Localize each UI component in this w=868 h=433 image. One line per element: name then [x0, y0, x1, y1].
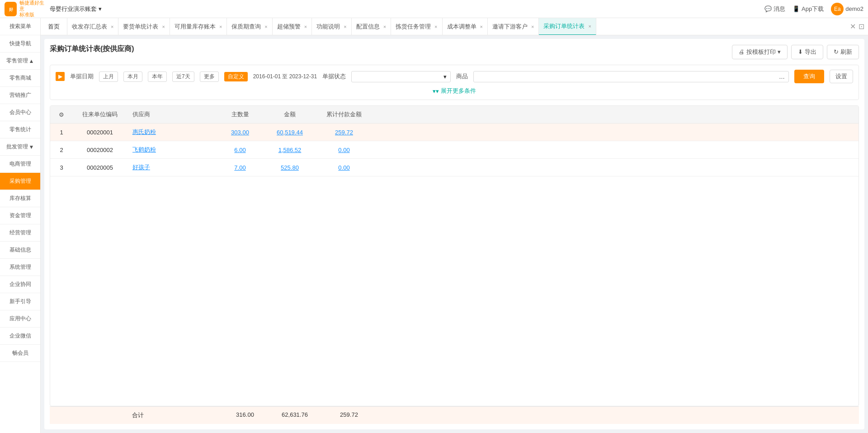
amount-link-2[interactable]: 1,586.52 — [278, 147, 302, 153]
footer-empty-2 — [78, 411, 132, 419]
qty-link-3[interactable]: 7.00 — [234, 164, 245, 171]
close-all-tabs-button[interactable]: ✕ — [850, 22, 856, 31]
export-button[interactable]: ⬇ 导出 — [791, 45, 823, 59]
export-icon: ⬇ — [798, 48, 803, 55]
sidebar-item-basics[interactable]: 基础信息 — [0, 242, 40, 259]
tab-invite-downstream[interactable]: 邀请下游客户 × — [488, 18, 539, 35]
tab-collect-pay[interactable]: 收发存汇总表 × — [67, 18, 118, 35]
date-filter-this-month[interactable]: 本月 — [123, 71, 142, 82]
qty-link-1[interactable]: 303.00 — [231, 129, 249, 136]
message-icon: 💬 — [764, 5, 772, 12]
tab-close-config-info[interactable]: × — [383, 24, 386, 29]
sidebar-item-purchase-mgmt[interactable]: 采购管理 — [0, 173, 40, 190]
paid-link-1[interactable]: 259.72 — [335, 129, 353, 136]
tab-purchase-stats[interactable]: 采购订单统计表 × — [539, 18, 596, 35]
status-filter-select[interactable]: ▾ — [351, 71, 451, 82]
sidebar-item-retail-mgmt[interactable]: 零售管理 ▲ — [0, 52, 40, 70]
tab-close-goods-stats[interactable]: × — [162, 24, 165, 29]
date-filter-prev-month[interactable]: 上月 — [99, 71, 118, 82]
table-row: 1 00020001 惠氏奶粉 303.00 60,519.44 — [50, 124, 859, 141]
sidebar-item-quick-nav[interactable]: 快捷导航 — [0, 35, 40, 52]
query-button[interactable]: 查询 — [794, 70, 824, 83]
content-area: 首页 收发存汇总表 × 要货单统计表 × 可用量库存账本 × 保质期查询 × 超… — [41, 18, 868, 433]
sidebar-item-vip[interactable]: 畅会员 — [0, 345, 40, 362]
date-filter-this-year[interactable]: 本年 — [148, 71, 167, 82]
goods-filter-label: 商品 — [456, 72, 468, 81]
sidebar-item-ecommerce[interactable]: 电商管理 — [0, 156, 40, 173]
sidebar-item-retail-shop[interactable]: 零售商城 — [0, 70, 40, 87]
settings-button[interactable]: 设置 — [830, 70, 853, 83]
table-footer: 合计 316.00 62,631.76 259.72 — [50, 406, 859, 424]
expand-row: ▾▾ 展开更多条件 — [56, 87, 853, 95]
supplier-link-2[interactable]: 飞鹤奶粉 — [132, 146, 156, 153]
filter-toggle-arrow[interactable]: ▶ — [56, 72, 65, 81]
purchase-stats-table: ⚙ 往来单位编码 供应商 主数量 金额 累计付款金额 1 00020001 — [50, 106, 859, 176]
tab-close-stock-account[interactable]: × — [219, 24, 222, 29]
tab-goods-stats[interactable]: 要货单统计表 × — [118, 18, 170, 35]
status-filter-label: 单据状态 — [322, 72, 346, 81]
refresh-button[interactable]: ↻ 刷新 — [827, 45, 859, 59]
chevron-icon: ▲ — [29, 58, 34, 64]
sidebar-item-retail-stats[interactable]: 零售统计 — [0, 121, 40, 138]
date-filter-more[interactable]: 更多 — [200, 71, 219, 82]
supplier-link-3[interactable]: 好孩子 — [132, 164, 150, 171]
tab-close-cost-adjust[interactable]: × — [480, 24, 483, 29]
sidebar-item-enterprise-collab[interactable]: 企业协同 — [0, 276, 40, 293]
footer-label: 合计 — [132, 411, 222, 419]
row-paid-2: 0.00 — [317, 141, 371, 159]
row-extra-1 — [371, 124, 859, 141]
page-content: 采购订单统计表(按供应商) 🖨 按模板打印 ▾ ⬇ 导出 ↻ 刷新 — [44, 39, 864, 429]
maximize-button[interactable]: ⊡ — [859, 22, 864, 31]
sidebar-item-wholesale-mgmt[interactable]: 批发管理 ▼ — [0, 138, 40, 156]
tab-home[interactable]: 首页 — [41, 18, 67, 35]
qty-link-2[interactable]: 6.00 — [234, 147, 245, 153]
chevron-icon: ▼ — [29, 144, 34, 150]
expand-icon: ▾▾ — [433, 88, 439, 95]
sidebar-item-search[interactable]: 搜索菜单 — [0, 18, 40, 35]
sidebar-item-operations[interactable]: 经营管理 — [0, 224, 40, 242]
paid-link-2[interactable]: 0.00 — [338, 147, 349, 153]
tab-func-desc[interactable]: 功能说明 × — [312, 18, 351, 35]
sidebar-item-finance[interactable]: 资金管理 — [0, 207, 40, 224]
sidebar-item-app-center[interactable]: 应用中心 — [0, 310, 40, 328]
tab-close-expiry-query[interactable]: × — [264, 24, 267, 29]
expand-more-filters-button[interactable]: ▾▾ 展开更多条件 — [433, 87, 476, 95]
top-bar: 好 畅捷通好生意 标准版 母婴行业演示账套 ▾ 💬 消息 📱 App下载 Ea … — [0, 0, 868, 18]
message-button[interactable]: 💬 消息 — [764, 5, 785, 13]
tab-close-pick-task[interactable]: × — [434, 24, 437, 29]
date-filter-7days[interactable]: 近7天 — [172, 71, 194, 82]
row-qty-1: 303.00 — [217, 124, 263, 141]
print-icon: 🖨 — [739, 48, 745, 55]
template-print-button[interactable]: 🖨 按模板打印 ▾ — [732, 45, 788, 59]
tab-expiry-query[interactable]: 保质期查询 × — [227, 18, 272, 35]
paid-link-3[interactable]: 0.00 — [338, 164, 349, 171]
user-avatar-area[interactable]: Ea demo2 — [831, 3, 863, 15]
row-code-2: 00020002 — [73, 141, 127, 159]
tab-pick-task[interactable]: 拣货任务管理 × — [391, 18, 442, 35]
sidebar-item-inventory[interactable]: 库存核算 — [0, 190, 40, 207]
tab-stock-account[interactable]: 可用量库存账本 × — [170, 18, 227, 35]
tab-close-func-desc[interactable]: × — [344, 24, 346, 29]
row-extra-3 — [371, 159, 859, 176]
tab-close-invite-downstream[interactable]: × — [531, 24, 534, 29]
app-download-button[interactable]: 📱 App下载 — [793, 5, 824, 13]
tab-overstock-alert[interactable]: 超储预警 × — [273, 18, 312, 35]
sidebar-item-marketing[interactable]: 营销推广 — [0, 87, 40, 104]
svg-text:好: 好 — [8, 7, 13, 12]
tab-close-purchase-stats[interactable]: × — [588, 24, 591, 29]
supplier-link-1[interactable]: 惠氏奶粉 — [132, 128, 156, 135]
amount-link-3[interactable]: 525.80 — [281, 164, 299, 171]
goods-filter-input[interactable]: … — [473, 71, 789, 82]
workspace-selector[interactable]: 母婴行业演示账套 ▾ — [50, 5, 102, 13]
sidebar-item-member-center[interactable]: 会员中心 — [0, 104, 40, 121]
sidebar-item-new-guide[interactable]: 新手引导 — [0, 293, 40, 310]
date-custom-tag: 自定义 — [224, 72, 248, 81]
amount-link-1[interactable]: 60,519.44 — [277, 129, 303, 136]
tab-config-info[interactable]: 配置信息 × — [352, 18, 391, 35]
tab-close-overstock-alert[interactable]: × — [304, 24, 307, 29]
tab-close-collect-pay[interactable]: × — [111, 24, 113, 29]
sidebar-item-enterprise-wechat[interactable]: 企业微信 — [0, 328, 40, 345]
row-extra-2 — [371, 141, 859, 159]
tab-cost-adjust[interactable]: 成本调整单 × — [443, 18, 488, 35]
sidebar-item-system[interactable]: 系统管理 — [0, 259, 40, 276]
